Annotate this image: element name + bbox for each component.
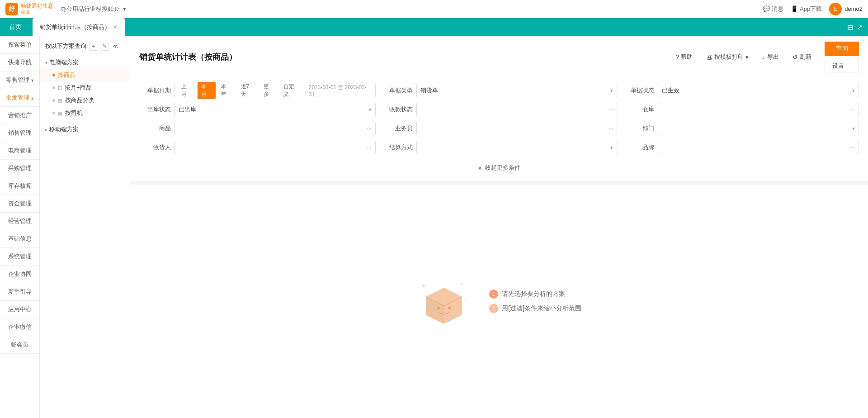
main-panel: 销货单统计计表（按商品） ? 帮助 🖨 按模板打印 ▾ ↓ (130, 36, 868, 418)
sidebar-item-wholesale[interactable]: 批发管理▴ (0, 89, 39, 107)
svg-text:✦: ✦ (464, 298, 467, 302)
goods-dots-icon[interactable]: ··· (367, 125, 372, 132)
sidebar-item-member[interactable]: 畅会员 (0, 336, 39, 354)
date-tabs: 上月 本月 本年 近7天 更多 自定义 (178, 82, 303, 99)
warehouse-input[interactable]: ··· (658, 103, 859, 116)
brand-input[interactable]: ··· (658, 141, 859, 154)
docstatus-label: 单据状态 (623, 86, 654, 95)
top-bar-left: 好 畅捷通好生意 标版 办公用品行业模拟账套 ▾ (5, 3, 126, 15)
sidebar-item-operations[interactable]: 经营管理 (0, 213, 39, 230)
sidebar-item-sales[interactable]: 销售管理 (0, 124, 39, 142)
top-title: 办公用品行业模拟账套 (61, 5, 119, 13)
filter-cell-warehouse: 仓库 ··· (623, 103, 859, 116)
user-area[interactable]: E demo2 (829, 3, 863, 15)
top-dropdown-icon[interactable]: ▾ (123, 5, 126, 12)
tab-home[interactable]: 首页 (0, 18, 31, 36)
setting-button[interactable]: 设置 (825, 60, 859, 72)
left-panel-title: 按以下方案查询 (45, 42, 86, 50)
doctype-select[interactable]: 销货单 ▾ (416, 84, 618, 97)
collapse-panel-icon[interactable]: ≪ (111, 42, 120, 51)
action-buttons-right: 查询 设置 (825, 42, 859, 72)
staff-dots-icon[interactable]: ··· (609, 125, 613, 132)
left-panel: 按以下方案查询 ＋ ✎ ≪ ▾ 电脑端方案 按商品 ⊞ (40, 36, 130, 418)
add-scheme-icon[interactable]: ＋ (89, 42, 98, 51)
doctype-chevron-icon: ▾ (610, 88, 613, 94)
print-icon: 🖨 (706, 53, 712, 61)
goods-input[interactable]: ··· (175, 122, 376, 135)
top-bar: 好 畅捷通好生意 标版 办公用品行业模拟账套 ▾ 💬 消息 📱 App下载 E … (0, 0, 868, 18)
filter-cell-brand: 品牌 ··· (623, 141, 859, 154)
svg-point-7 (448, 307, 451, 309)
tree-child-by-category[interactable]: ▦ 按商品分类 (40, 94, 130, 107)
main-layout: 搜索菜单 快捷导航 零售管理▾ 批发管理▴ 营销推广 销售管理 电商管理 采购管… (0, 36, 868, 418)
filter-row-4: 收货人 ··· 结算方式 ▾ 品牌 (139, 141, 859, 154)
payment-dots-icon[interactable]: ··· (609, 106, 613, 113)
help-button[interactable]: ? 帮助 (671, 51, 697, 63)
active-dot-icon (52, 74, 55, 76)
collapse-bar[interactable]: ∧ 收起更多条件 (139, 160, 859, 176)
sidebar-item-enterprise[interactable]: 企业协同 (0, 266, 39, 283)
box-svg: ✦ ✦ ✦ (417, 274, 471, 328)
stockout-select[interactable]: 已出库 ▾ (175, 103, 376, 116)
sidebar-item-retail[interactable]: 零售管理▾ (0, 71, 39, 89)
payment-input[interactable]: ··· (416, 103, 618, 116)
svg-text:✦: ✦ (460, 281, 463, 286)
docstatus-chevron-icon: ▾ (852, 88, 855, 94)
warehouse-dots-icon[interactable]: ··· (851, 107, 855, 112)
app-download-button[interactable]: 📱 App下载 (791, 5, 822, 13)
sidebar-item-marketing[interactable]: 营销推广 (0, 107, 39, 124)
sidebar-item-guide[interactable]: 新手引导 (0, 283, 39, 301)
doctype-label: 单据类型 (381, 86, 413, 95)
tree-parent-desktop[interactable]: ▾ 电脑端方案 (40, 56, 130, 69)
refresh-button[interactable]: ↺ 刷新 (788, 51, 816, 63)
sidebar-item-purchase[interactable]: 采购管理 (0, 160, 39, 177)
date-input[interactable]: 上月 本月 本年 近7天 更多 自定义 2023-03-01 至 2023-03… (175, 84, 376, 97)
tab-maximize-icon[interactable]: ⤢ (857, 23, 863, 32)
sidebar-item-finance[interactable]: 资金管理 (0, 195, 39, 213)
tab-minimize-icon[interactable]: ⊟ (847, 23, 853, 32)
sidebar-item-system[interactable]: 系统管理 (0, 248, 39, 266)
date-tab-7days[interactable]: 近7天 (237, 82, 259, 99)
print-button[interactable]: 🖨 按模板打印 ▾ (702, 51, 753, 63)
logo-icon: 好 (5, 3, 18, 15)
date-tab-custom[interactable]: 自定义 (280, 82, 303, 99)
messages-button[interactable]: 💬 消息 (763, 5, 783, 13)
table-icon-cat: ▦ (58, 98, 62, 104)
tree-child-by-driver[interactable]: ▦ 按司机 (40, 107, 130, 119)
export-button[interactable]: ↓ 导出 (758, 51, 783, 63)
print-dropdown-icon: ▾ (745, 54, 749, 61)
receiver-dots-icon[interactable]: ··· (367, 144, 372, 151)
paymethod-select[interactable]: ▾ (416, 141, 618, 154)
tree-parent-mobile[interactable]: ▸ 移动端方案 (40, 123, 130, 136)
sidebar-item-search[interactable]: 搜索菜单 (0, 36, 39, 54)
tree-child-by-goods[interactable]: 按商品 (40, 69, 130, 81)
doctype-value: 销货单 (420, 86, 438, 95)
date-tab-last-month[interactable]: 上月 (178, 82, 196, 99)
sidebar-item-appcenter[interactable]: 应用中心 (0, 301, 39, 318)
dept-select[interactable]: ▾ (658, 122, 859, 135)
tree-parent-label: 电脑端方案 (49, 58, 79, 66)
empty-tip-2: 2 用[过滤]条件来缩小分析范围 (489, 304, 581, 313)
avatar: E (829, 3, 842, 15)
tree-child-by-month-goods[interactable]: ⊞ 按月+商品 (40, 81, 130, 94)
docstatus-select[interactable]: 已生效 ▾ (658, 84, 859, 97)
brand-dots-icon[interactable]: ··· (851, 145, 855, 150)
sidebar-item-ecommerce[interactable]: 电商管理 (0, 142, 39, 160)
query-button[interactable]: 查询 (825, 42, 859, 56)
filter-row-1: 单据日期 上月 本月 本年 近7天 更多 自定义 2023-03-01 至 20… (139, 84, 859, 97)
receiver-input[interactable]: ··· (175, 141, 376, 154)
date-tab-this-year[interactable]: 本年 (217, 82, 236, 99)
date-tab-more[interactable]: 更多 (260, 82, 278, 99)
stockout-label: 出库状态 (139, 105, 171, 114)
goods-label: 商品 (139, 124, 171, 133)
sidebar-item-quicknav[interactable]: 快捷导航 (0, 54, 39, 71)
sidebar-item-wechat[interactable]: 企业微信 (0, 318, 39, 336)
staff-input[interactable]: ··· (416, 122, 618, 135)
date-tab-this-month[interactable]: 本月 (198, 82, 216, 99)
sidebar-item-inventory[interactable]: 库存核算 (0, 177, 39, 195)
stockout-value: 已出库 (179, 105, 196, 114)
tab-close-icon[interactable]: ✕ (113, 24, 118, 30)
tab-active[interactable]: 销货单统计计表（按商品） ✕ (33, 18, 125, 36)
edit-scheme-icon[interactable]: ✎ (100, 42, 109, 51)
sidebar-item-basic[interactable]: 基础信息 (0, 230, 39, 248)
